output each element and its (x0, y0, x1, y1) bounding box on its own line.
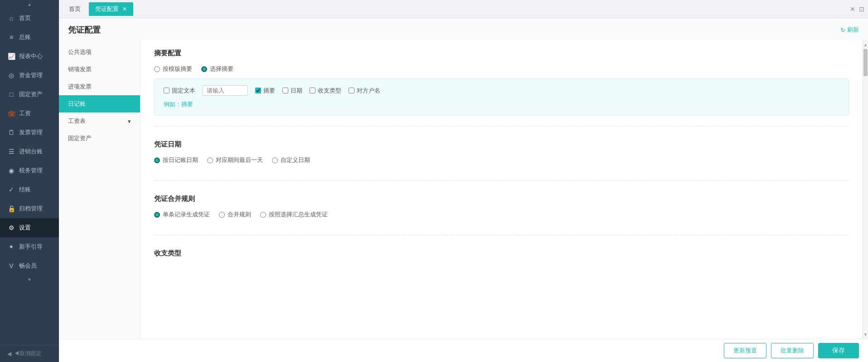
sidebar-item-tax[interactable]: ◉ 税务管理 (0, 161, 59, 180)
journal-date-option[interactable]: 按日记账日期 (154, 156, 198, 164)
sidebar-item-archive[interactable]: 🔒 归档管理 (0, 199, 59, 218)
purchase-sales-icon: ☰ (7, 148, 15, 155)
nav-item-fixed-assets[interactable]: 固定资产 (59, 130, 140, 147)
tax-icon: ◉ (7, 167, 15, 174)
select-summary-radio[interactable] (201, 66, 207, 72)
journal-date-radio[interactable] (154, 157, 160, 163)
tab-close-icon[interactable]: ✕ (122, 6, 127, 12)
settings-icon: ⚙ (7, 224, 15, 231)
sidebar-item-assets[interactable]: □ 固定资产 (0, 85, 59, 104)
nav-item-payroll[interactable]: 工资表 ▾ (59, 113, 140, 130)
summary-config-box: 固定文本 摘要 日期 收支类型 (154, 78, 849, 115)
funds-icon: ◎ (7, 72, 15, 79)
voucher-date-radio-row: 按日记账日期 对应期间最后一天 自定义日期 (154, 156, 849, 164)
sidebar-item-home[interactable]: ⌂ 首页 (0, 9, 59, 28)
nav-item-public[interactable]: 公共选项 (59, 44, 140, 61)
fixed-text-checkbox[interactable] (164, 88, 170, 93)
sidebar-item-close[interactable]: ✓ 结账 (0, 180, 59, 199)
bottom-action-bar: 更新预置 批量删除 保存 (59, 339, 868, 362)
scroll-thumb[interactable] (863, 49, 868, 76)
voucher-merge-radio-row: 单条记录生成凭证 合并规则 按照选择汇总生成凭证 (154, 210, 849, 219)
window-close-icon[interactable]: ✕ (850, 5, 855, 13)
content-layout: 公共选项 销项发票 进项发票 日记账 工资表 ▾ 固定资产 摘要配置 (59, 40, 868, 339)
nav-item-sales-invoice[interactable]: 销项发票 (59, 61, 140, 78)
income-type-checkbox-label[interactable]: 收支类型 (310, 87, 341, 95)
sidebar-item-purchase-sales[interactable]: ☰ 进销台账 (0, 142, 59, 161)
sidebar-item-ledger[interactable]: ≡ 总账 (0, 28, 59, 47)
right-content: 摘要配置 按模版摘要 选择摘要 固定文本 (141, 40, 863, 339)
template-summary-option[interactable]: 按模版摘要 (154, 65, 192, 73)
tab-home[interactable]: 首页 (63, 2, 87, 16)
page-title: 凭证配置 (68, 24, 101, 35)
payroll-expand-icon: ▾ (128, 118, 131, 125)
ledger-icon: ≡ (7, 34, 15, 41)
archive-icon: 🔒 (7, 205, 15, 212)
sidebar: ▲ ⌂ 首页 ≡ 总账 📈 报表中心 ◎ 资金管理 □ 固定资产 💼 工资 🗒 … (0, 0, 59, 362)
income-type-checkbox[interactable] (310, 88, 315, 93)
fixed-text-checkbox-label[interactable]: 固定文本 (164, 87, 195, 95)
voucher-date-section: 凭证日期 按日记账日期 对应期间最后一天 自定义日期 (154, 140, 849, 181)
summary-generate-option[interactable]: 按照选择汇总生成凭证 (260, 210, 328, 219)
last-day-radio[interactable] (207, 157, 213, 163)
voucher-date-title: 凭证日期 (154, 140, 849, 149)
last-day-option[interactable]: 对应期间最后一天 (207, 156, 263, 164)
date-checkbox[interactable] (282, 88, 288, 93)
example-text: 例如：摘要 (164, 100, 839, 108)
template-summary-radio[interactable] (154, 66, 160, 72)
member-icon: V (7, 262, 15, 269)
summary-config-section: 摘要配置 按模版摘要 选择摘要 固定文本 (154, 49, 849, 127)
close-accounts-icon: ✓ (7, 186, 15, 193)
salary-icon: 💼 (7, 110, 15, 117)
unpin-icon: ◀ (7, 351, 11, 357)
sidebar-item-salary[interactable]: 💼 工资 (0, 104, 59, 123)
save-button[interactable]: 保存 (818, 343, 859, 358)
summary-generate-radio[interactable] (260, 212, 266, 218)
main-area: 首页 凭证配置 ✕ ✕ ⊡ 凭证配置 ↻ 刷新 公共选项 销项发票 进项 (59, 0, 868, 362)
counterpart-checkbox[interactable] (349, 88, 354, 93)
sidebar-item-funds[interactable]: ◎ 资金管理 (0, 66, 59, 85)
tab-bar-actions: ✕ ⊡ (850, 5, 864, 13)
reports-icon: 📈 (7, 53, 15, 60)
home-icon: ⌂ (7, 15, 15, 22)
nav-item-journal[interactable]: 日记账 (59, 95, 140, 113)
merge-rule-option[interactable]: 合并规则 (219, 210, 251, 219)
sidebar-item-member[interactable]: V 畅会员 (0, 256, 59, 275)
left-nav: 公共选项 销项发票 进项发票 日记账 工资表 ▾ 固定资产 (59, 40, 141, 339)
summary-checkbox-label[interactable]: 摘要 (255, 87, 275, 95)
custom-date-option[interactable]: 自定义日期 (272, 156, 310, 164)
summary-radio-row: 按模版摘要 选择摘要 (154, 65, 849, 73)
sidebar-item-guide[interactable]: ✦ 新手引导 (0, 237, 59, 256)
select-summary-option[interactable]: 选择摘要 (201, 65, 233, 73)
sidebar-scroll-up[interactable]: ▲ (0, 0, 59, 9)
scroll-track[interactable] (863, 49, 868, 330)
counterpart-checkbox-label[interactable]: 对方户名 (349, 87, 380, 95)
sidebar-unpin[interactable]: ◀ ◀取消固定 (0, 345, 59, 362)
refresh-icon: ↻ (840, 27, 845, 34)
fixed-text-input[interactable] (203, 85, 248, 96)
sidebar-scroll-down[interactable]: ▼ (0, 275, 59, 284)
single-record-radio[interactable] (154, 212, 160, 218)
window-expand-icon[interactable]: ⊡ (859, 5, 864, 13)
single-record-option[interactable]: 单条记录生成凭证 (154, 210, 210, 219)
date-checkbox-label[interactable]: 日期 (282, 87, 302, 95)
merge-rule-radio[interactable] (219, 212, 225, 218)
update-preview-button[interactable]: 更新预置 (724, 343, 766, 358)
nav-item-purchase-invoice[interactable]: 进项发票 (59, 78, 140, 95)
batch-delete-button[interactable]: 批量删除 (771, 343, 814, 358)
scroll-down-arrow[interactable]: ▼ (863, 330, 868, 339)
custom-date-radio[interactable] (272, 157, 278, 163)
outer-scrollbar[interactable]: ▲ ▼ (863, 40, 868, 339)
income-type-section: 收支类型 (154, 249, 849, 276)
sidebar-item-invoice-mgmt[interactable]: 🗒 发票管理 (0, 123, 59, 142)
summary-checkbox[interactable] (255, 88, 261, 93)
refresh-button[interactable]: ↻ 刷新 (840, 26, 859, 34)
tab-bar: 首页 凭证配置 ✕ ✕ ⊡ (59, 0, 868, 18)
sidebar-item-settings[interactable]: ⚙ 设置 (0, 218, 59, 237)
invoice-mgmt-icon: 🗒 (7, 129, 15, 136)
assets-icon: □ (7, 91, 15, 98)
tab-voucher-config[interactable]: 凭证配置 ✕ (89, 2, 133, 16)
voucher-merge-section: 凭证合并规则 单条记录生成凭证 合并规则 按照选择汇总生成凭证 (154, 195, 849, 235)
scroll-up-arrow[interactable]: ▲ (863, 40, 868, 49)
summary-options-row: 固定文本 摘要 日期 收支类型 (164, 85, 839, 96)
sidebar-item-reports[interactable]: 📈 报表中心 (0, 47, 59, 66)
